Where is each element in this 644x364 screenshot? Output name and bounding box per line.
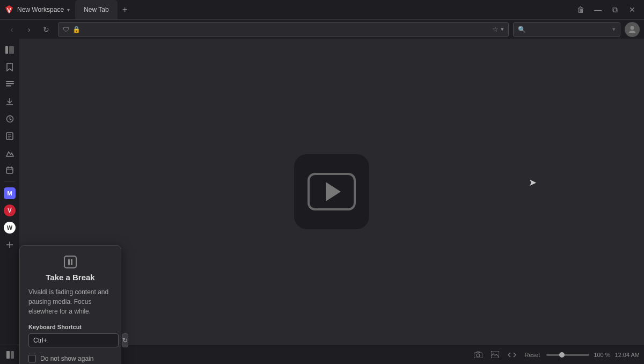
back-button[interactable]: ‹ — [4, 22, 19, 37]
reset-label: Reset — [525, 352, 540, 358]
svg-rect-23 — [11, 351, 14, 359]
svg-rect-13 — [6, 168, 13, 173]
shortcut-refresh-button[interactable]: ↻ — [122, 333, 128, 347]
active-tab[interactable]: New Tab — [75, 0, 117, 19]
search-dropdown-icon[interactable]: ▾ — [612, 26, 616, 33]
status-bar-right: Reset 100 % 12:04 AM — [472, 350, 640, 359]
sidebar-separator — [4, 181, 15, 182]
video-placeholder — [294, 154, 369, 229]
bookmark-icon[interactable]: ☆ — [492, 25, 499, 33]
title-bar: New Workspace ▾ New Tab + 🗑 — ⧉ ✕ — [0, 0, 644, 19]
cursor-indicator: ➤ — [529, 177, 537, 188]
break-panel-icon — [28, 254, 112, 270]
zoom-slider[interactable] — [546, 354, 589, 356]
svg-rect-3 — [6, 81, 14, 82]
take-a-break-panel: Take a Break Vivaldi is fading content a… — [19, 245, 121, 364]
tab-title: New Tab — [84, 6, 108, 13]
sidebar-item-reading-list[interactable] — [2, 76, 18, 92]
break-panel-title: Take a Break — [28, 273, 112, 282]
svg-marker-12 — [6, 152, 13, 156]
sidebar-item-history[interactable] — [2, 111, 18, 127]
restore-button[interactable]: ⧉ — [608, 2, 623, 17]
code-icon[interactable] — [506, 351, 518, 359]
sidebar-item-bookmarks[interactable] — [2, 59, 18, 75]
shield-icon: 🛡 — [63, 26, 69, 33]
shortcut-input[interactable] — [28, 333, 119, 347]
forward-button[interactable]: › — [21, 22, 36, 37]
shortcut-row: ↻ — [28, 333, 112, 347]
sidebar-item-notes[interactable] — [2, 128, 18, 144]
vivaldi-logo-icon[interactable] — [4, 5, 14, 14]
sidebar-panel-toggle[interactable] — [2, 42, 18, 58]
svg-point-25 — [477, 354, 480, 357]
play-triangle-icon — [326, 182, 341, 201]
shortcut-label: Keyboard Shortcut — [28, 324, 112, 330]
svg-rect-20 — [68, 259, 70, 265]
workspace-chevron-icon[interactable]: ▾ — [67, 7, 70, 13]
sidebar-item-vivaldi-social[interactable]: V — [2, 202, 18, 219]
zoom-percent: 100 % — [594, 352, 610, 358]
address-bar-right: ☆ ▾ — [492, 25, 504, 33]
search-icon: 🔍 — [518, 26, 526, 33]
sidebar: M V W Take a Break Vivaldi is fading con… — [0, 39, 19, 345]
close-button[interactable]: ✕ — [625, 2, 640, 17]
window-controls: 🗑 — ⧉ ✕ — [573, 2, 640, 17]
reset-button[interactable]: Reset — [523, 351, 543, 359]
do-not-show-row: Do not show again — [28, 355, 112, 362]
svg-rect-21 — [71, 259, 72, 265]
sidebar-item-add-panel[interactable] — [2, 237, 18, 253]
play-icon-container — [308, 173, 356, 210]
tab-bar: New Tab + — [75, 0, 573, 19]
sidebar-item-wikipedia[interactable]: W — [2, 220, 18, 236]
search-bar[interactable]: 🔍 ▾ — [513, 22, 620, 37]
svg-rect-22 — [6, 351, 10, 359]
new-tab-button[interactable]: + — [118, 2, 133, 17]
sidebar-item-mastodon[interactable]: M — [2, 185, 18, 201]
camera-icon[interactable] — [472, 350, 485, 359]
status-time: 12:04 AM — [615, 352, 640, 358]
workspace-name[interactable]: New Workspace — [17, 6, 64, 13]
svg-point-0 — [631, 26, 634, 30]
toolbar: ‹ › ↻ 🛡 🔒 ☆ ▾ 🔍 ▾ — [0, 19, 644, 39]
minimize-button[interactable]: — — [590, 2, 605, 17]
status-panel-icon[interactable] — [4, 350, 16, 360]
image-icon[interactable] — [489, 350, 501, 359]
title-bar-left: New Workspace ▾ — [4, 5, 70, 14]
do-not-show-checkbox[interactable] — [28, 355, 36, 362]
break-panel-description: Vivaldi is fading content and pausing me… — [28, 287, 112, 316]
main-layout: M V W Take a Break Vivaldi is fading con… — [0, 39, 644, 345]
sidebar-item-capture[interactable] — [2, 145, 18, 161]
trash-icon[interactable]: 🗑 — [573, 2, 588, 17]
reload-button[interactable]: ↻ — [39, 22, 54, 37]
svg-rect-5 — [6, 85, 11, 86]
svg-rect-1 — [5, 46, 8, 54]
svg-rect-4 — [6, 83, 14, 84]
sidebar-item-calendar[interactable] — [2, 162, 18, 178]
dropdown-icon[interactable]: ▾ — [501, 26, 504, 33]
svg-rect-19 — [64, 256, 76, 268]
svg-rect-2 — [9, 46, 14, 54]
do-not-show-label: Do not show again — [40, 355, 93, 362]
lock-icon: 🔒 — [72, 26, 80, 33]
sidebar-item-downloads[interactable] — [2, 93, 18, 110]
profile-avatar[interactable] — [625, 22, 640, 37]
address-bar[interactable]: 🛡 🔒 ☆ ▾ — [58, 22, 509, 37]
zoom-thumb — [559, 352, 565, 358]
user-avatar[interactable] — [625, 22, 640, 37]
